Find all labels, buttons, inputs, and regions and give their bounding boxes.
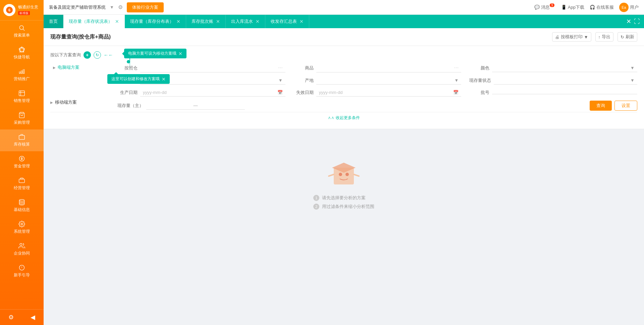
- scheme-item-mobile[interactable]: ▶ 移动端方案: [50, 98, 111, 106]
- tab-stock-dist[interactable]: 现存量（库存分布表） ✕: [125, 15, 186, 28]
- system-dropdown-icon[interactable]: ▼: [110, 5, 114, 10]
- batch-input[interactable]: [492, 91, 637, 94]
- stock-status-dropdown-icon: ▼: [630, 78, 635, 83]
- settings-gear-icon[interactable]: ⚙: [118, 4, 123, 10]
- warehouse-more-icon[interactable]: ···: [278, 65, 282, 71]
- app-badge: 标准版: [18, 10, 38, 16]
- sidebar-item-system[interactable]: 系统管理: [0, 217, 44, 238]
- calendar-icon-expire[interactable]: 📅: [453, 90, 459, 95]
- search-btn[interactable]: 查询: [590, 101, 612, 111]
- goods-input[interactable]: ···: [316, 63, 462, 72]
- svg-point-2: [19, 25, 23, 30]
- stock-status-field: 现存量状态 ▼: [469, 76, 637, 85]
- tab-close-batch[interactable]: ✕: [216, 19, 220, 24]
- tab-summary[interactable]: 收发存汇总表 ✕: [265, 15, 309, 28]
- system-title: 装备及固定资产辅助管理系统: [49, 4, 106, 10]
- logo-icon: 6: [3, 4, 15, 16]
- export-btn[interactable]: ↑ 导出: [595, 32, 614, 42]
- tab-stock-status[interactable]: 现存量（库存状况表） ✕: [63, 15, 125, 28]
- scheme-panel: ▶ 电脑端方案 这里可以创建和修改方案哦 ✕ ▶ 移动端方案: [50, 63, 111, 112]
- sidebar-item-collab[interactable]: 企业协同: [0, 238, 44, 260]
- message-icon: 💬: [534, 5, 540, 10]
- print-icon: 🖨: [555, 35, 559, 40]
- sidebar-item-marketing[interactable]: 营销推广: [0, 64, 44, 86]
- tab-close-all-icon[interactable]: ✕: [626, 18, 631, 25]
- filter-label: 按以下方案查询: [50, 52, 81, 58]
- online-service-btn[interactable]: 🎧 在线客服: [590, 4, 614, 10]
- warehouse-input[interactable]: ···: [140, 63, 285, 72]
- print-btn[interactable]: 🖨 按模板打印 ▼: [552, 32, 591, 42]
- svg-point-13: [19, 200, 24, 201]
- step-2-num: 2: [313, 204, 319, 210]
- goods-more-icon[interactable]: ···: [454, 65, 459, 71]
- svg-point-20: [339, 173, 342, 176]
- stock-main-field: 现存量（主） —: [117, 102, 245, 110]
- tab-close-stock-status[interactable]: ✕: [115, 19, 119, 24]
- refresh-icon: ↻: [621, 35, 624, 40]
- calendar-icon-prod[interactable]: 📅: [277, 90, 283, 95]
- reset-btn[interactable]: 设置: [614, 101, 637, 111]
- sidebar-item-sales[interactable]: 销售管理: [0, 86, 44, 108]
- app-download-btn[interactable]: 📱 App下载: [561, 4, 584, 10]
- batch-field: 批号: [469, 90, 637, 96]
- tab-close-stock-dist[interactable]: ✕: [176, 19, 180, 24]
- collapse-icon: ∧∧: [328, 115, 334, 120]
- origin-field: 产地 ▼: [293, 76, 462, 85]
- tab-close-inout-flow[interactable]: ✕: [256, 19, 260, 24]
- sidebar-item-nav[interactable]: 快捷导航: [0, 42, 44, 64]
- tooltip-scheme: 电脑方案可设为移动方案哦 ✕: [124, 49, 186, 58]
- tooltip-scheme-close[interactable]: ✕: [178, 51, 182, 56]
- tab-expand-icon[interactable]: ⛶: [634, 18, 640, 25]
- message-btn[interactable]: 💬 消息 9: [534, 4, 556, 10]
- user-menu[interactable]: Ea 用户: [619, 3, 639, 12]
- warehouse-field: 按照仓 ···: [117, 63, 285, 72]
- batch-label: 批号: [469, 90, 489, 96]
- filter-fields: 按照仓 ··· 商品 ··· 颜色: [117, 63, 637, 112]
- collapse-sidebar-btn[interactable]: ◀: [31, 314, 35, 321]
- tabbar: 首页 现存量（库存状况表） ✕ 现存量（库存分布表） ✕ 库存批次账 ✕ 出入库…: [44, 15, 644, 28]
- empty-steps: 1 请先选择要分析的方案 2 用过滤条件来缩小分析范围: [313, 195, 374, 210]
- app-name: 畅通好生意: [18, 4, 38, 10]
- page-header: 现存量查询(按仓库+商品) 🖨 按模板打印 ▼ ↑ 导出 ↻ 刷新: [44, 28, 644, 46]
- phone-icon: 📱: [561, 5, 567, 10]
- sidebar-item-search[interactable]: 搜索菜单: [0, 20, 44, 42]
- add-scheme-btn[interactable]: +: [84, 51, 91, 59]
- prod-date-input[interactable]: yyyy-mm-dd 📅: [140, 89, 285, 97]
- stock-status-select[interactable]: ▼: [494, 76, 637, 85]
- collapse-bar[interactable]: ∧∧ 收起更多条件: [50, 112, 637, 123]
- sidebar-item-finance[interactable]: 资金管理: [0, 151, 44, 173]
- stock-main-range: —: [146, 102, 245, 110]
- back-arrow-btn[interactable]: ←←: [104, 52, 113, 58]
- sidebar-item-basicinfo[interactable]: 基础信息: [0, 195, 44, 217]
- refresh-scheme-btn[interactable]: ↻: [94, 51, 101, 59]
- stock-main-from[interactable]: [146, 102, 192, 109]
- stock-status-label: 现存量状态: [469, 77, 491, 84]
- tab-batch[interactable]: 库存批次账 ✕: [186, 15, 226, 28]
- tab-home[interactable]: 首页: [44, 15, 63, 28]
- scheme-item-pc[interactable]: ▶ 电脑端方案: [53, 63, 111, 71]
- stock-main-to[interactable]: [199, 102, 245, 109]
- export-icon: ↑: [598, 35, 601, 40]
- sidebar-item-operations[interactable]: 经营管理: [0, 173, 44, 195]
- prod-date-field: 生产日期 yyyy-mm-dd 📅: [117, 89, 285, 97]
- color-select[interactable]: ▼: [492, 64, 637, 72]
- tab-inout-flow[interactable]: 出入库流水 ✕: [226, 15, 265, 28]
- filter-row-4: 现存量（主） — 查询 设置: [117, 101, 637, 111]
- settings-icon[interactable]: ⚙: [8, 314, 14, 321]
- experience-btn[interactable]: 体验行业方案: [127, 2, 164, 12]
- sidebar-item-purchase[interactable]: 采购管理: [0, 108, 44, 129]
- vert-line: [129, 58, 130, 68]
- svg-text:6: 6: [8, 8, 10, 12]
- tooltip-edit-close[interactable]: ✕: [162, 76, 166, 82]
- step-1-num: 1: [313, 195, 319, 201]
- empty-state: 1 请先选择要分析的方案 2 用过滤条件来缩小分析范围: [44, 129, 644, 236]
- origin-label: 产地: [293, 77, 314, 84]
- svg-point-21: [345, 173, 349, 176]
- tab-close-summary[interactable]: ✕: [300, 19, 304, 24]
- expire-date-input[interactable]: yyyy-mm-dd 📅: [316, 89, 462, 97]
- refresh-btn[interactable]: ↻ 刷新: [618, 32, 637, 42]
- sidebar-item-inventory[interactable]: 库存核算: [0, 129, 44, 151]
- origin-select[interactable]: ▼: [316, 76, 462, 85]
- goods-field: 商品 ···: [293, 63, 462, 72]
- sidebar-item-guide[interactable]: 新手引导: [0, 260, 44, 282]
